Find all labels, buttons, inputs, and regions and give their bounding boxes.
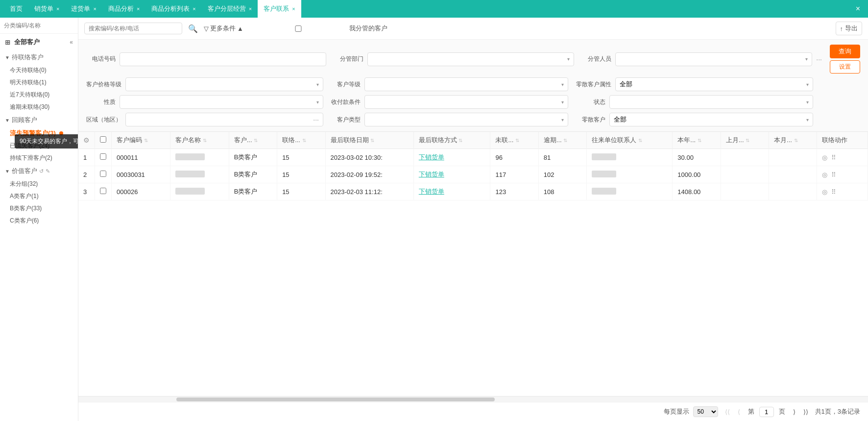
filter-label-retail: 零散客户 bbox=[576, 116, 605, 124]
search-button[interactable]: 🔍 bbox=[188, 24, 198, 33]
col-customer-name[interactable]: 客户名称 ⇅ bbox=[170, 132, 229, 149]
close-icon[interactable]: × bbox=[292, 6, 295, 12]
select-all-checkbox[interactable] bbox=[100, 136, 106, 143]
filter-input-phone[interactable] bbox=[120, 52, 326, 66]
more-icon[interactable]: ⠿ bbox=[831, 188, 836, 196]
tab-customer-segments[interactable]: 客户分层经营 × bbox=[202, 0, 258, 18]
collapse-icon[interactable]: « bbox=[70, 39, 73, 46]
sidebar-item-class-b[interactable]: B类客户(33) bbox=[0, 202, 78, 215]
filter-select-dept[interactable]: ▾ bbox=[367, 52, 574, 66]
more-icon[interactable]: ⠿ bbox=[831, 154, 836, 161]
contact-method-link[interactable]: 下销货单 bbox=[419, 188, 444, 195]
row-select-checkbox[interactable] bbox=[100, 153, 106, 160]
dots-button[interactable]: ··· bbox=[816, 55, 822, 63]
filter-select-retail-attr[interactable]: 全部 ▾ bbox=[615, 77, 813, 91]
sidebar-search-input[interactable] bbox=[4, 22, 77, 29]
filter-select-retail[interactable]: 全部 ▾ bbox=[609, 113, 813, 126]
chevron-down-icon: ▾ bbox=[561, 99, 564, 105]
last-page-button[interactable]: ⟩⟩ bbox=[800, 407, 811, 417]
scrollbar-thumb[interactable] bbox=[176, 397, 495, 401]
filter-select-price-grade[interactable]: ▾ bbox=[125, 77, 323, 91]
sidebar-item-class-c[interactable]: C类客户(6) bbox=[0, 215, 78, 227]
tab-sales-order[interactable]: 销货单 × bbox=[28, 0, 65, 18]
tooltip-box: 90天未交易的客户，可能有流失风险。 bbox=[15, 134, 78, 149]
close-icon[interactable]: × bbox=[56, 6, 59, 12]
more-conditions-button[interactable]: ▽ 更多条件 ▲ bbox=[204, 24, 243, 33]
tab-customer-contact[interactable]: 客户联系 × bbox=[258, 0, 301, 18]
settings-button[interactable]: 设置 bbox=[830, 60, 860, 74]
col-overdue[interactable]: 逾期... ⇅ bbox=[538, 132, 586, 149]
close-icon[interactable]: × bbox=[193, 6, 195, 12]
sidebar-group-review[interactable]: ▼ 回顾客户 bbox=[0, 113, 78, 127]
close-icon[interactable]: × bbox=[93, 6, 96, 12]
row-select-checkbox[interactable] bbox=[100, 171, 106, 177]
row-last-contact-method[interactable]: 下销货单 bbox=[413, 149, 490, 166]
contact-icon[interactable]: ◎ bbox=[822, 154, 827, 161]
horizontal-scrollbar[interactable] bbox=[78, 396, 868, 402]
filter-select-manager[interactable]: ▾ bbox=[615, 52, 812, 66]
home-tab[interactable]: 首页 bbox=[4, 0, 28, 18]
filter-label-manager: 分管人员 bbox=[582, 55, 611, 63]
close-icon[interactable]: × bbox=[137, 6, 140, 12]
col-this-month[interactable]: 本月... ⇅ bbox=[769, 132, 817, 149]
per-page-select[interactable]: 50 100 200 bbox=[693, 406, 718, 417]
sidebar-all-customers[interactable]: ⊞ 全部客户 « bbox=[0, 34, 78, 50]
tab-product-analysis[interactable]: 商品分析 × bbox=[102, 0, 145, 18]
col-customer-code[interactable]: 客户编码 ⇅ bbox=[112, 132, 170, 149]
row-last-contact-date: 2023-03-02 10:30: bbox=[325, 149, 413, 166]
tab-product-analysis-list[interactable]: 商品分析列表 × bbox=[145, 0, 201, 18]
next-page-button[interactable]: ⟩ bbox=[790, 407, 798, 417]
col-contact-count[interactable]: 联络... ⇅ bbox=[277, 132, 325, 149]
filter-select-nature[interactable]: ▾ bbox=[120, 95, 323, 109]
filter-label-region: 区域（地区） bbox=[86, 116, 121, 124]
action-buttons: ◎ ⠿ bbox=[822, 154, 863, 161]
contact-icon[interactable]: ◎ bbox=[822, 171, 827, 178]
sidebar-item-7days-pending[interactable]: 近7天待联络(0) bbox=[0, 89, 78, 101]
search-input[interactable] bbox=[84, 23, 182, 34]
row-last-contact-method[interactable]: 下销货单 bbox=[413, 166, 490, 183]
tab-purchase-order[interactable]: 进货单 × bbox=[65, 0, 102, 18]
col-last-contact-method[interactable]: 最后联络方式 ⇅ bbox=[413, 132, 490, 149]
sidebar-item-unclassified[interactable]: 未分组(32) bbox=[0, 178, 78, 190]
col-customer-type[interactable]: 客户... ⇅ bbox=[229, 132, 277, 149]
col-last-contact-date[interactable]: 最后联络日期 ⇅ bbox=[325, 132, 413, 149]
filter-field-customer-type: 客户类型 ▾ bbox=[331, 113, 568, 126]
filter-select-customer-type[interactable]: ▾ bbox=[364, 113, 568, 126]
sidebar-item-overdue-pending[interactable]: 逾期未联络(30) bbox=[0, 101, 78, 113]
filter-row-2: 客户价格等级 ▾ 客户等级 ▾ 零散客户属性 全部 bbox=[86, 77, 860, 91]
blurred-contacts bbox=[592, 171, 616, 177]
sidebar-item-tomorrow-pending[interactable]: 明天待联络(1) bbox=[0, 76, 78, 89]
col-year-amount[interactable]: 本年... ⇅ bbox=[673, 132, 721, 149]
sidebar-item-class-a[interactable]: A类客户(1) bbox=[0, 190, 78, 202]
contact-method-link[interactable]: 下销货单 bbox=[419, 171, 444, 178]
row-last-contact-method[interactable]: 下销货单 bbox=[413, 183, 490, 200]
page-input[interactable] bbox=[759, 407, 774, 417]
prev-page-button[interactable]: ⟨ bbox=[735, 407, 743, 417]
my-customers-label[interactable]: 我分管的客户 bbox=[249, 24, 387, 33]
window-close-button[interactable]: × bbox=[852, 4, 864, 13]
export-button[interactable]: ↑ 导出 bbox=[836, 22, 863, 35]
query-button[interactable]: 查询 bbox=[830, 45, 860, 58]
col-contacts[interactable]: 往来单位联系人 ⇅ bbox=[587, 132, 673, 149]
col-uncontacted-days[interactable]: 未联... ⇅ bbox=[490, 132, 538, 149]
filter-select-region[interactable]: ··· bbox=[125, 113, 323, 126]
contact-icon[interactable]: ◎ bbox=[822, 188, 827, 196]
table-settings-icon[interactable]: ⚙ bbox=[83, 136, 90, 144]
my-customers-checkbox[interactable] bbox=[249, 25, 347, 32]
more-icon[interactable]: ⠿ bbox=[831, 171, 836, 178]
refresh-icon[interactable]: ↺ bbox=[39, 168, 44, 174]
col-last-month[interactable]: 上月... ⇅ bbox=[721, 132, 769, 149]
filter-select-status[interactable]: ▾ bbox=[609, 95, 813, 109]
edit-icon[interactable]: ✎ bbox=[46, 168, 50, 174]
dots-button-region[interactable]: ··· bbox=[313, 116, 319, 124]
sidebar-group-value[interactable]: ▼ 价值客户 ↺ ✎ bbox=[0, 164, 78, 178]
filter-select-customer-grade[interactable]: ▾ bbox=[364, 77, 568, 91]
sidebar-group-pending[interactable]: ▼ 待联络客户 bbox=[0, 50, 78, 64]
sidebar-item-today-pending[interactable]: 今天待联络(0) bbox=[0, 64, 78, 76]
row-select-checkbox[interactable] bbox=[100, 188, 106, 194]
first-page-button[interactable]: ⟨⟨ bbox=[722, 407, 733, 417]
contact-method-link[interactable]: 下销货单 bbox=[419, 153, 444, 161]
close-icon[interactable]: × bbox=[249, 6, 252, 12]
filter-select-payment[interactable]: ▾ bbox=[364, 95, 568, 109]
sidebar-item-declining[interactable]: 持续下滑客户(2) bbox=[0, 152, 78, 164]
